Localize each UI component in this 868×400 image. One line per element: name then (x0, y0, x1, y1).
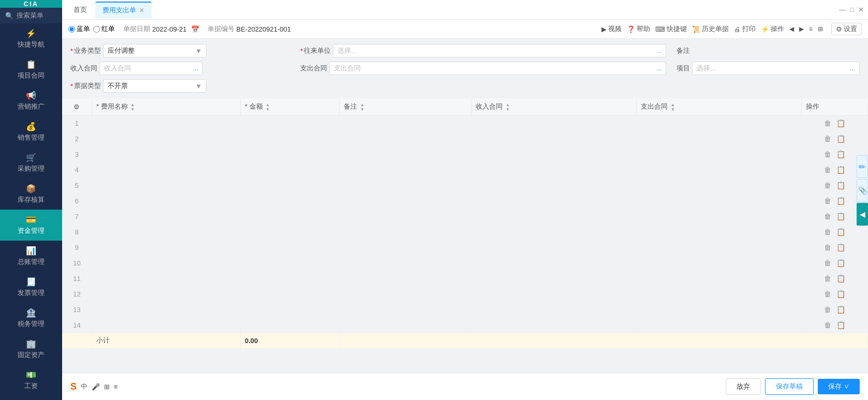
tab-close-icon[interactable]: ✕ (139, 7, 144, 14)
expense-name-cell[interactable] (92, 271, 240, 286)
sidebar-item-marketing[interactable]: 📢 营销推广 (0, 85, 62, 116)
invoice-type-select[interactable]: 不开票 ▼ (103, 79, 207, 93)
expense-contract-cell[interactable] (637, 146, 802, 162)
copy-icon[interactable]: 📋 (836, 166, 845, 174)
income-contract-input[interactable]: 收入合同 ... (99, 62, 203, 75)
delete-icon[interactable]: 🗑 (824, 166, 831, 174)
expense-contract-cell[interactable] (637, 115, 802, 131)
expense-name-cell[interactable] (92, 131, 240, 146)
income-contract-cell[interactable] (472, 177, 637, 193)
expense-name-cell[interactable] (92, 224, 240, 240)
expense-ellipsis[interactable]: ... (656, 65, 661, 72)
amount-cell[interactable] (240, 302, 339, 317)
delete-icon[interactable]: 🗑 (824, 181, 831, 189)
expense-contract-cell[interactable] (637, 177, 802, 193)
remark-cell[interactable] (340, 146, 472, 162)
amount-cell[interactable] (240, 131, 339, 146)
amount-cell[interactable] (240, 162, 339, 177)
delete-icon[interactable]: 🗑 (824, 290, 831, 298)
grid-view-btn[interactable]: ⊞ (818, 25, 823, 33)
th-amount[interactable]: * 金额 ▲▼ (240, 98, 339, 115)
expense-contract-input[interactable]: 支出合同 ... (329, 62, 666, 75)
copy-icon[interactable]: 📋 (836, 150, 845, 158)
expense-name-cell[interactable] (92, 162, 240, 177)
expense-name-cell[interactable] (92, 286, 240, 302)
copy-icon[interactable]: 📋 (836, 228, 845, 236)
delete-icon[interactable]: 🗑 (824, 274, 831, 283)
expense-contract-cell[interactable] (637, 131, 802, 146)
income-contract-cell[interactable] (472, 271, 637, 286)
remark-cell[interactable] (340, 255, 472, 271)
settings-button[interactable]: ⚙ 设置 (831, 23, 862, 35)
th-income-contract[interactable]: 收入合同 ▲▼ (472, 98, 637, 115)
th-expense-name[interactable]: * 费用名称 ▲▼ (92, 98, 240, 115)
delete-icon[interactable]: 🗑 (824, 243, 831, 251)
remark-cell[interactable] (340, 302, 472, 317)
sidebar-item-accounting[interactable]: 📊 总账管理 (0, 241, 62, 272)
amount-cell[interactable] (240, 115, 339, 131)
amount-cell[interactable] (240, 193, 339, 209)
copy-icon[interactable]: 📋 (836, 135, 845, 143)
copy-icon[interactable]: 📋 (836, 181, 845, 189)
footer-icon-grid[interactable]: ⊞ (104, 383, 110, 391)
shortcut-btn[interactable]: ⌨ 快捷键 (655, 24, 687, 34)
amount-cell[interactable] (240, 177, 339, 193)
remark-cell[interactable] (340, 240, 472, 255)
print-btn[interactable]: 🖨 打印 (734, 24, 756, 34)
delete-icon[interactable]: 🗑 (824, 119, 831, 127)
delete-icon[interactable]: 🗑 (824, 197, 831, 205)
delete-icon[interactable]: 🗑 (824, 228, 831, 236)
th-remark[interactable]: 备注 ▲▼ (340, 98, 472, 115)
income-contract-cell[interactable] (472, 302, 637, 317)
expense-contract-cell[interactable] (637, 193, 802, 209)
sidebar-item-fixed-assets[interactable]: 🏢 固定资产 (0, 334, 62, 365)
copy-icon[interactable]: 📋 (836, 305, 845, 314)
amount-cell[interactable] (240, 271, 339, 286)
project-ellipsis[interactable]: ... (850, 65, 855, 72)
tab-home[interactable]: 首页 (66, 2, 94, 18)
amount-cell[interactable] (240, 255, 339, 271)
sidebar-item-project-contract[interactable]: 📋 项目合同 (0, 54, 62, 85)
remark-cell[interactable] (340, 162, 472, 177)
remark-cell[interactable] (340, 115, 472, 131)
sidebar-item-capital[interactable]: 💳 资金管理 (0, 210, 62, 241)
income-contract-cell[interactable] (472, 146, 637, 162)
save-button[interactable]: 保存 ∨ (818, 379, 860, 394)
expense-contract-cell[interactable] (637, 317, 802, 333)
income-contract-cell[interactable] (472, 286, 637, 302)
expense-contract-cell[interactable] (637, 271, 802, 286)
gear-col-header[interactable]: ⚙ (62, 98, 92, 115)
side-action-attach[interactable]: 📎 (857, 179, 868, 202)
sidebar-item-salary[interactable]: 💵 工资 (0, 365, 62, 396)
delete-icon[interactable]: 🗑 (824, 135, 831, 143)
footer-icon-zh[interactable]: 中 (81, 382, 87, 391)
history-btn[interactable]: 📜 历史单据 (692, 24, 729, 34)
window-close-btn[interactable]: ✕ (858, 6, 864, 13)
copy-icon[interactable]: 📋 (836, 243, 845, 251)
income-ellipsis[interactable]: ... (193, 65, 198, 72)
sidebar-item-quick-nav[interactable]: ⚡ 快捷导航 (0, 23, 62, 54)
sidebar-search[interactable]: 🔍 搜索菜单 (0, 8, 62, 23)
tab-expense[interactable]: 费用支出单 ✕ (95, 2, 152, 18)
income-contract-cell[interactable] (472, 240, 637, 255)
radio-blue[interactable] (68, 26, 75, 33)
nav-right-btn[interactable]: ▶ (799, 25, 804, 33)
save-draft-button[interactable]: 保存草稿 (765, 378, 814, 395)
abandon-button[interactable]: 放弃 (726, 378, 761, 395)
expense-contract-cell[interactable] (637, 162, 802, 177)
income-contract-cell[interactable] (472, 131, 637, 146)
amount-cell[interactable] (240, 317, 339, 333)
project-input[interactable]: 选择... ... (692, 62, 860, 75)
sidebar-item-inventory[interactable]: 📦 库存核算 (0, 179, 62, 210)
business-type-select[interactable]: 应付调整 ▼ (103, 44, 207, 57)
copy-icon[interactable]: 📋 (836, 212, 845, 220)
delete-icon[interactable]: 🗑 (824, 259, 831, 267)
footer-icon-menu[interactable]: ≡ (114, 383, 118, 391)
copy-icon[interactable]: 📋 (836, 119, 845, 127)
copy-icon[interactable]: 📋 (836, 197, 845, 205)
footer-icon-mic[interactable]: 🎤 (92, 383, 100, 391)
radio-blue-label[interactable]: 蓝单 (68, 24, 90, 34)
expense-contract-cell[interactable] (637, 255, 802, 271)
operation-btn[interactable]: ⚡ 操作 (761, 24, 784, 34)
expense-name-cell[interactable] (92, 146, 240, 162)
